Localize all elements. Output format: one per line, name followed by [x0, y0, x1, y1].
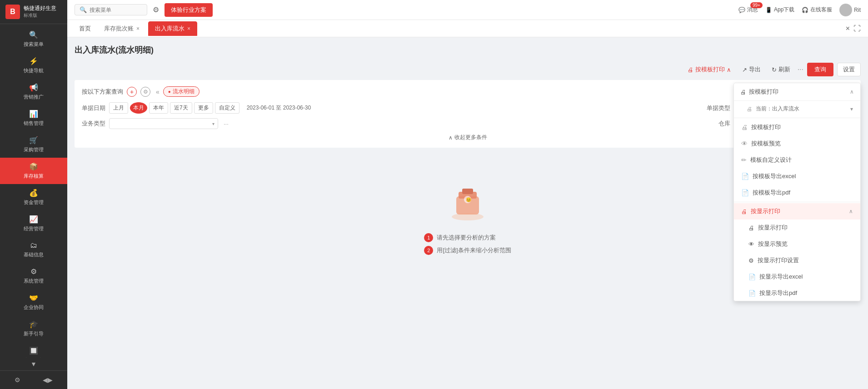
refresh-btn[interactable]: ↻ 刷新 [768, 64, 794, 75]
divider-2 [734, 202, 860, 202]
app-name: 畅捷通好生意 [24, 5, 56, 12]
date-btn-7days[interactable]: 近7天 [170, 102, 192, 114]
current-expand-icon: ▾ [850, 106, 853, 112]
eye-icon: 👁 [741, 140, 748, 147]
sidebar-item-inventory[interactable]: 📦 库存核算 [0, 158, 67, 184]
print-template-btn[interactable]: 🖨 按模板打印 ∧ [684, 64, 735, 75]
date-btn-last-month[interactable]: 上月 [109, 102, 128, 114]
megaphone-icon: 📢 [29, 83, 38, 92]
message-btn[interactable]: 💬 消息 99+ [738, 6, 758, 14]
group-label: 按显示打印 [751, 207, 780, 215]
sidebar-item-purchase[interactable]: 🛒 采购管理 [0, 131, 67, 158]
biz-more-btn[interactable]: ··· [224, 120, 229, 127]
dropdown-item-template-pdf[interactable]: 📄 按模板导出pdf [734, 185, 860, 201]
main-content: 🔍 ⚙ 体验行业方案 💬 消息 99+ 📱 App下载 🎧 在线客服 [67, 0, 868, 389]
toolbar-more[interactable]: ··· [798, 65, 803, 74]
topbar-search-wrap: 🔍 [75, 4, 147, 15]
sidebar-item-quick-nav[interactable]: ⚡ 快捷导航 [0, 52, 67, 79]
cart-icon: 🛒 [29, 136, 38, 145]
current-template-label: 当前：出入库流水 [756, 105, 799, 113]
app-download-btn[interactable]: 📱 App下载 [765, 6, 794, 14]
sidebar-settings-btn[interactable]: ⚙ [13, 374, 22, 385]
dropdown-scroll: 🖨 当前：出入库流水 ▾ 🖨 按模板打印 👁 按模板预览 [734, 101, 860, 301]
tab-inventory-batch[interactable]: 库存批次账 × [97, 21, 146, 36]
topbar-right: 💬 消息 99+ 📱 App下载 🎧 在线客服 Rit [738, 4, 861, 16]
dropdown-sub-item-display-print[interactable]: 🖨 按显示打印 [734, 219, 860, 236]
dropdown-item-template-print[interactable]: 🖨 按模板打印 [734, 119, 860, 135]
sidebar-item-search[interactable]: 🔍 搜索菜单 [0, 26, 67, 52]
export-btn[interactable]: ↗ 导出 [738, 64, 764, 75]
tab-label: 库存批次账 [104, 25, 134, 33]
item-label: 按模板导出pdf [753, 189, 790, 197]
date-btn-current-month[interactable]: 本月 [130, 102, 147, 114]
date-btn-current-year[interactable]: 本年 [149, 102, 168, 114]
print-btn-label: 按模板打印 [695, 65, 725, 74]
sidebar-item-basic[interactable]: 🗂 基础信息 [0, 237, 67, 263]
dropdown-sub-item-display-pdf[interactable]: 📄 按显示导出pdf [734, 285, 860, 301]
date-filter: 单据日期 上月 本月 本年 近7天 更多 自定义 2023-06-01 至 20… [82, 102, 311, 114]
dropdown-item-template-design[interactable]: ✏ 模板自定义设计 [734, 152, 860, 168]
filter-add-btn[interactable]: + [127, 87, 137, 97]
dropdown-chevron-up[interactable]: ∧ [850, 89, 854, 95]
tab-stock-flow[interactable]: 出入库流水 × [148, 21, 197, 36]
sidebar-item-system[interactable]: ⚙ 系统管理 [0, 263, 67, 289]
app-version: 标准版 [24, 12, 56, 19]
group-chevron-icon: ∧ [849, 208, 853, 214]
dropdown-item-template-preview[interactable]: 👁 按模板预览 [734, 135, 860, 152]
dropdown-item-template-excel[interactable]: 📄 按模板导出excel [734, 168, 860, 185]
filter-collapse-icon[interactable]: « [156, 88, 160, 95]
page-content: 出入库流水(流水明细) 🖨 按模板打印 ∧ ↗ 导出 ↻ 刷新 ··· 查询 [67, 37, 868, 389]
date-btn-custom[interactable]: 自定义 [215, 102, 239, 114]
sidebar-collapse-btn[interactable]: ◀▶ [41, 374, 55, 385]
export-btn-label: 导出 [749, 65, 761, 74]
setting-btn[interactable]: 设置 [837, 63, 861, 76]
dropdown-sub-item-display-settings[interactable]: ⚙ 按显示打印设置 [734, 252, 860, 269]
settings-icon[interactable]: ⚙ [153, 5, 159, 14]
pdf-sub-icon: 📄 [748, 290, 756, 297]
sidebar-item-label: 营销推广 [24, 94, 44, 100]
sidebar-item-marketing[interactable]: 📢 营销推广 [0, 79, 67, 105]
collapse-label: 收起更多条件 [454, 134, 487, 141]
online-service-btn[interactable]: 🎧 在线客服 [802, 6, 832, 14]
online-service-label: 在线客服 [810, 6, 832, 14]
gear-sub-icon: ⚙ [748, 257, 754, 264]
user-avatar-btn[interactable]: Rit [839, 4, 861, 16]
dropdown-group-display[interactable]: 🖨 按显示打印 ∧ [734, 203, 860, 219]
industry-btn[interactable]: 体验行业方案 [165, 3, 213, 17]
box-icon: 📦 [29, 162, 38, 171]
dropdown-header: 🖨 按模板打印 ∧ [734, 83, 860, 101]
eye-sub-icon: 👁 [748, 241, 754, 248]
item-label: 按模板导出excel [753, 172, 796, 180]
gear-icon: ⚙ [30, 267, 37, 276]
date-label: 单据日期 [82, 104, 105, 112]
toolbar: 🖨 按模板打印 ∧ ↗ 导出 ↻ 刷新 ··· 查询 设置 [75, 63, 861, 76]
tab-close-btn[interactable]: × [136, 25, 140, 32]
search-input[interactable] [90, 7, 135, 13]
item-label: 按模板预览 [751, 140, 781, 148]
tab-active-close-btn[interactable]: × [187, 25, 190, 32]
dropdown-sub-item-display-excel[interactable]: 📄 按显示导出excel [734, 269, 860, 285]
dropdown-title-label: 按模板打印 [749, 88, 778, 96]
sidebar-item-enterprise[interactable]: 🤝 企业协同 [0, 289, 67, 315]
sidebar-item-guide[interactable]: 🎓 新手引导 [0, 315, 67, 342]
sidebar-item-apps[interactable]: 🔲 应用中心 [0, 342, 67, 358]
app-logo: B 畅捷通好生意 标准版 [0, 0, 67, 24]
item-label: 按模板打印 [751, 123, 781, 131]
excel-icon: 📄 [741, 173, 749, 180]
query-btn[interactable]: 查询 [807, 63, 833, 76]
sidebar-item-operations[interactable]: 📈 经营管理 [0, 210, 67, 237]
window-close-btn[interactable]: × [846, 25, 850, 33]
print-dropdown-panel: 🖨 按模板打印 ∧ 🖨 当前：出入库流水 ▾ 🖨 [733, 83, 861, 301]
biz-type-select[interactable] [109, 118, 218, 129]
window-maximize-btn[interactable]: ⛶ [853, 25, 861, 33]
printer-icon: 🖨 [688, 66, 693, 73]
sidebar-item-sales[interactable]: 📊 销售管理 [0, 105, 67, 131]
dropdown-sub-item-display-preview[interactable]: 👁 按显示预览 [734, 236, 860, 252]
date-btn-more[interactable]: 更多 [194, 102, 213, 114]
filter-setting-btn[interactable]: ⚙ [140, 87, 150, 97]
sidebar-item-finance[interactable]: 💰 资金管理 [0, 184, 67, 210]
empty-illustration: 😊 [445, 180, 490, 226]
scroll-down-btn[interactable]: ▼ [30, 360, 37, 368]
tab-home[interactable]: 首页 [75, 22, 95, 35]
biz-type-select-wrap: ▾ [109, 118, 218, 129]
